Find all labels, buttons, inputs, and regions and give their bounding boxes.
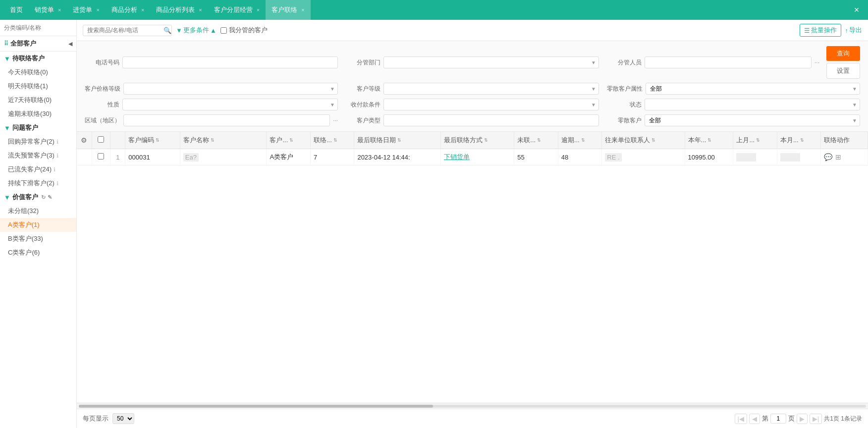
grid-action-icon[interactable]: ⊞ bbox=[835, 153, 841, 161]
filter-scatter-customer: 零散客户 全部 ▼ bbox=[607, 114, 860, 126]
filter-nature-select[interactable] bbox=[122, 99, 338, 110]
nav-analysis[interactable]: 商品分析 × bbox=[106, 0, 150, 20]
filter-region-label: 区域（地区） bbox=[85, 116, 120, 125]
nav-close-purchase[interactable]: × bbox=[96, 7, 99, 13]
nav-close-sales[interactable]: × bbox=[58, 7, 61, 13]
sort-code-icon[interactable]: ⇅ bbox=[156, 138, 160, 143]
batch-ops-button[interactable]: ☰ 批量操作 bbox=[800, 24, 841, 37]
sort-unitcontact-icon[interactable]: ⇅ bbox=[651, 138, 655, 143]
per-page-label: 每页显示 bbox=[83, 414, 108, 423]
filter-payment-wrap: ▼ bbox=[383, 99, 599, 110]
sidebar: 🔍 ⠿ 全部客户 ◀ ▼ 待联络客户 今天待联络(0) 明天待联络(1) 近7天… bbox=[0, 20, 77, 428]
nav-analysis-list[interactable]: 商品分析列表 × bbox=[150, 0, 208, 20]
sidebar-collapse-arrow[interactable]: ◀ bbox=[68, 41, 72, 47]
filter-nature: 性质 ▼ bbox=[85, 99, 338, 110]
edit-icon[interactable]: ✎ bbox=[48, 194, 52, 201]
content-area: 🔍 ▼ 更多条件 ▲ 我分管的客户 ☰ 批量操作 ↑ 导出 bbox=[77, 20, 868, 428]
grid-dots-icon: ⠿ bbox=[4, 40, 8, 47]
filter-region-more[interactable]: ··· bbox=[333, 117, 338, 124]
sort-overdue-icon[interactable]: ⇅ bbox=[581, 138, 585, 143]
prev-page-button[interactable]: ◀ bbox=[749, 414, 760, 424]
advanced-filter: 电话号码 分管部门 ▼ 分管人员 ··· 查询 设置 bbox=[77, 41, 868, 132]
filter-status-select[interactable] bbox=[645, 99, 860, 110]
filter-dept-select[interactable] bbox=[383, 56, 599, 68]
last-page-button[interactable]: ▶| bbox=[810, 414, 822, 424]
nav-close-customer-segment[interactable]: × bbox=[257, 7, 260, 13]
nav-close-analysis-list[interactable]: × bbox=[199, 7, 202, 13]
sort-uncontacted-icon[interactable]: ⇅ bbox=[537, 138, 541, 143]
nav-sales[interactable]: 销货单 × bbox=[29, 0, 67, 20]
filter-customer-grade-label: 客户等级 bbox=[346, 85, 380, 93]
sort-contact-icon[interactable]: ⇅ bbox=[333, 138, 337, 143]
lastmonth-column-header: 上月...⇅ bbox=[733, 132, 777, 149]
sidebar-item-a-class[interactable]: A类客户(1) bbox=[0, 218, 76, 232]
sidebar-group-problem[interactable]: ▼ 问题客户 bbox=[0, 121, 76, 135]
row-checkbox[interactable] bbox=[98, 153, 104, 160]
filter-person-input[interactable] bbox=[645, 56, 812, 68]
refresh-icon[interactable]: ↻ bbox=[41, 194, 46, 201]
sidebar-group-pending[interactable]: ▼ 待联络客户 bbox=[0, 52, 76, 65]
nav-purchase[interactable]: 进货单 × bbox=[67, 0, 105, 20]
sidebar-item-b-class[interactable]: B类客户(33) bbox=[0, 232, 76, 246]
filter-person-more[interactable]: ··· bbox=[814, 59, 819, 66]
settings-cell bbox=[77, 149, 92, 165]
sort-type-icon[interactable]: ⇅ bbox=[289, 138, 293, 143]
filter-payment-select[interactable] bbox=[383, 99, 599, 110]
query-button[interactable]: 查询 bbox=[826, 46, 860, 61]
first-page-button[interactable]: |◀ bbox=[735, 414, 747, 424]
row-unitcontact-cell: RE . bbox=[602, 149, 685, 165]
filter-region-input[interactable] bbox=[123, 114, 330, 126]
main-search-input[interactable] bbox=[87, 27, 162, 34]
nav-customer-contact[interactable]: 客户联络 × bbox=[266, 0, 310, 20]
table-settings-icon[interactable]: ⚙ bbox=[81, 136, 87, 144]
settings-button[interactable]: 设置 bbox=[826, 63, 860, 79]
sidebar-item-declining[interactable]: 持续下滑客户(2) ℹ bbox=[0, 176, 76, 190]
sidebar-item-rebuy-anomaly[interactable]: 回购异常客户(2) ℹ bbox=[0, 135, 76, 149]
export-button[interactable]: ↑ 导出 bbox=[845, 26, 863, 35]
sort-lastdate-icon[interactable]: ⇅ bbox=[397, 138, 401, 143]
sort-name-icon[interactable]: ⇅ bbox=[211, 138, 215, 143]
page-number-input[interactable] bbox=[770, 414, 786, 424]
sidebar-item-unclassified[interactable]: 未分组(32) bbox=[0, 204, 76, 218]
sidebar-item-today[interactable]: 今天待联络(0) bbox=[0, 65, 76, 79]
horizontal-scrollbar[interactable] bbox=[77, 403, 868, 409]
next-page-button[interactable]: ▶ bbox=[797, 414, 808, 424]
filter-price-grade-select[interactable] bbox=[123, 83, 338, 95]
row-lastmonth-cell bbox=[733, 149, 777, 165]
sidebar-item-7days[interactable]: 近7天待联络(0) bbox=[0, 93, 76, 107]
per-page-select[interactable]: 50 bbox=[112, 413, 134, 424]
last-month-blurred bbox=[736, 153, 756, 161]
sort-lastmethod-icon[interactable]: ⇅ bbox=[484, 138, 488, 143]
filter-scatter-customer-wrap: 全部 ▼ bbox=[645, 114, 860, 126]
sort-lastmonth-icon[interactable]: ⇅ bbox=[756, 138, 760, 143]
sidebar-item-churn-warning[interactable]: 流失预警客户(3) ℹ bbox=[0, 149, 76, 162]
sidebar-item-overdue[interactable]: 逾期未联络(30) bbox=[0, 107, 76, 121]
sort-thisyear-icon[interactable]: ⇅ bbox=[707, 138, 711, 143]
sidebar-group-value[interactable]: ▼ 价值客户 ↻ ✎ bbox=[0, 190, 76, 204]
my-customers-checkbox[interactable] bbox=[220, 27, 227, 34]
filter-phone-input[interactable] bbox=[122, 56, 338, 68]
select-all-checkbox[interactable] bbox=[98, 136, 104, 143]
filter-customer-type-input[interactable] bbox=[383, 114, 599, 126]
nav-close-analysis[interactable]: × bbox=[141, 7, 144, 13]
more-conditions-button[interactable]: ▼ 更多条件 ▲ bbox=[176, 26, 217, 35]
filter-scatter-attr-select[interactable]: 全部 bbox=[646, 83, 860, 95]
sidebar-item-lost[interactable]: 已流失客户(24) ℹ bbox=[0, 162, 76, 176]
filter-scatter-customer-select[interactable]: 全部 bbox=[645, 114, 860, 126]
nav-customer-segment[interactable]: 客户分层经营 × bbox=[208, 0, 266, 20]
sidebar-item-tomorrow[interactable]: 明天待联络(1) bbox=[0, 79, 76, 93]
action-column-header: 联络动作 bbox=[821, 132, 868, 149]
sidebar-item-c-class[interactable]: C类客户(6) bbox=[0, 246, 76, 260]
chevron-down-icon-value: ▼ bbox=[4, 194, 10, 201]
sort-thismonth-icon[interactable]: ⇅ bbox=[800, 138, 804, 143]
nav-close-customer-contact[interactable]: × bbox=[301, 7, 304, 13]
nav-home[interactable]: 首页 bbox=[4, 0, 29, 20]
my-customers-checkbox-area[interactable]: 我分管的客户 bbox=[220, 26, 268, 35]
sidebar-search-input[interactable] bbox=[4, 24, 77, 31]
filter-customer-grade-select[interactable] bbox=[383, 83, 599, 95]
last-method-link[interactable]: 下销货单 bbox=[444, 153, 470, 160]
comment-action-icon[interactable]: 💬 bbox=[824, 153, 832, 161]
main-search-icon[interactable]: 🔍 bbox=[163, 27, 171, 34]
window-close-button[interactable]: × bbox=[849, 2, 864, 17]
scrollbar-thumb[interactable] bbox=[79, 405, 433, 408]
